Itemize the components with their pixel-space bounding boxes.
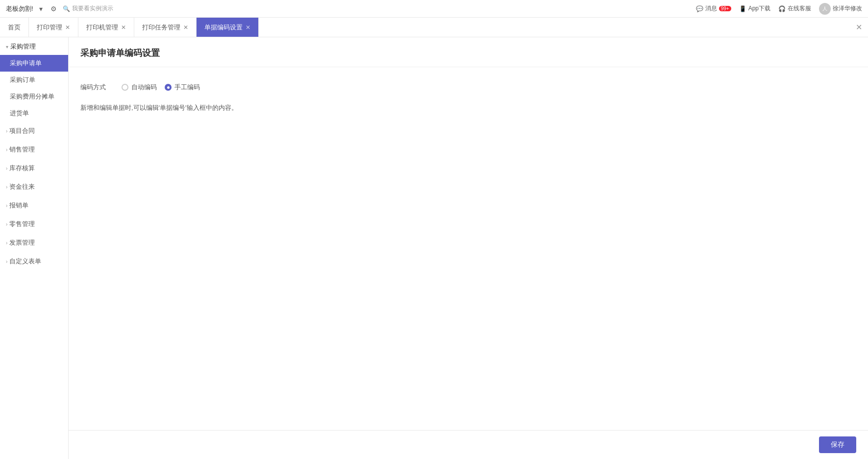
content-footer: 保存 [69,430,868,459]
message-label: 消息 [705,4,717,13]
sidebar-group-capital[interactable]: › 资金往来 [0,178,68,196]
content-header: 采购申请单编码设置 [69,37,868,67]
search-icon: 🔍 [63,5,70,12]
app-download-label: App下载 [748,4,770,13]
sidebar-item-purchase-request-label: 采购申请单 [10,59,42,67]
sidebar-group-sales[interactable]: › 销售管理 [0,140,68,159]
online-service-label: 在线客服 [788,4,811,13]
tab-encode-setting[interactable]: 单据编码设置 ✕ [197,18,259,37]
manual-code-label: 手工编码 [174,83,200,92]
sidebar-group-retail[interactable]: › 零售管理 [0,215,68,233]
main-layout: ▾ 采购管理 采购申请单 采购订单 采购费用分摊单 进货单 › 项目合同 › 销… [0,37,868,459]
content-body: 编码方式 自动编码 手工编码 新增和编辑单据时,可以编辑'单据编号'输入框中的内… [69,67,868,430]
sidebar-group-custom-form[interactable]: › 自定义表单 [0,252,68,271]
sidebar-item-purchase-cost-label: 采购费用分摊单 [10,93,54,100]
procurement-arrow-icon: ▾ [6,44,8,50]
tab-print-management-label: 打印管理 [37,23,62,32]
sidebar-item-stock-in[interactable]: 进货单 [0,105,68,122]
sidebar-item-purchase-cost[interactable]: 采购费用分摊单 [0,88,68,105]
search-text: 我要看实例演示 [72,4,113,13]
top-bar: 老板勿割! ▾ ⚙ 🔍 我要看实例演示 💬 消息 99+ 📱 App下载 🎧 在… [0,0,868,18]
page-title: 采购申请单编码设置 [80,47,856,59]
tab-close-print-management[interactable]: ✕ [65,24,70,31]
sidebar-group-procurement: ▾ 采购管理 采购申请单 采购订单 采购费用分摊单 进货单 [0,37,68,122]
home-tab-label: 首页 [8,23,21,32]
inventory-arrow-icon: › [6,166,7,171]
tab-printer-management[interactable]: 打印机管理 ✕ [78,18,134,37]
radio-group: 自动编码 手工编码 [122,83,200,92]
tab-close-encode-setting[interactable]: ✕ [246,24,250,31]
tab-close-printer-management[interactable]: ✕ [121,24,126,31]
content-area: 采购申请单编码设置 编码方式 自动编码 手工编码 新增和编辑单据时,可以编辑'单… [69,37,868,459]
sidebar-group-capital-label: 资金往来 [9,182,35,191]
tab-print-task-label: 打印任务管理 [142,23,180,32]
project-arrow-icon: › [6,128,7,134]
tab-printer-management-label: 打印机管理 [86,23,118,32]
manual-code-radio-circle [165,84,172,91]
top-bar-left: 老板勿割! ▾ ⚙ 🔍 我要看实例演示 [6,4,113,14]
message-button[interactable]: 💬 消息 99+ [696,4,731,13]
tab-print-management[interactable]: 打印管理 ✕ [29,18,78,37]
encode-method-row: 编码方式 自动编码 手工编码 [80,77,856,98]
reimbursement-arrow-icon: › [6,203,7,208]
custom-form-arrow-icon: › [6,259,7,264]
tab-home[interactable]: 首页 [0,18,29,37]
app-icon: 📱 [739,5,746,12]
sidebar-group-project[interactable]: › 项目合同 [0,122,68,140]
sales-arrow-icon: › [6,147,7,153]
sidebar-group-reimbursement-label: 报销单 [9,201,28,210]
manual-code-radio[interactable]: 手工编码 [165,83,200,92]
brand-text: 老板勿割! [6,4,33,13]
sidebar: ▾ 采购管理 采购申请单 采购订单 采购费用分摊单 进货单 › 项目合同 › 销… [0,37,69,459]
invoice-arrow-icon: › [6,240,7,246]
auto-code-radio-circle [122,84,128,91]
online-service-button[interactable]: 🎧 在线客服 [778,4,811,13]
retail-arrow-icon: › [6,222,7,227]
procurement-group-label: 采购管理 [10,42,36,51]
tab-print-task-management[interactable]: 打印任务管理 ✕ [134,18,197,37]
sidebar-group-inventory[interactable]: › 库存核算 [0,159,68,178]
sidebar-group-project-label: 项目合同 [9,127,35,135]
dropdown-icon[interactable]: ▾ [37,4,45,14]
sidebar-group-retail-label: 零售管理 [9,220,35,229]
sidebar-group-inventory-label: 库存核算 [9,164,35,173]
tab-encode-setting-label: 单据编码设置 [204,23,243,32]
message-icon: 💬 [696,5,703,12]
sidebar-group-procurement-header[interactable]: ▾ 采购管理 [0,37,68,55]
tab-close-print-task[interactable]: ✕ [183,24,188,31]
sidebar-item-purchase-order-label: 采购订单 [10,76,35,83]
avatar: 人 [819,3,831,15]
sidebar-group-invoice-label: 发票管理 [9,238,35,247]
sidebar-item-purchase-request[interactable]: 采购申请单 [0,55,68,72]
sidebar-group-invoice[interactable]: › 发票管理 [0,233,68,252]
sidebar-group-custom-form-label: 自定义表单 [9,257,41,266]
user-menu[interactable]: 人 徐泽华修改 [819,3,862,15]
encode-method-label: 编码方式 [80,83,110,92]
search-bar[interactable]: 🔍 我要看实例演示 [63,4,113,13]
headset-icon: 🎧 [778,5,786,12]
settings-icon[interactable]: ⚙ [49,4,59,14]
hint-text: 新增和编辑单据时,可以编辑'单据编号'输入框中的内容。 [80,103,856,112]
auto-code-radio[interactable]: 自动编码 [122,83,157,92]
user-name: 徐泽华修改 [833,4,862,13]
sidebar-group-reimbursement[interactable]: › 报销单 [0,196,68,215]
capital-arrow-icon: › [6,184,7,190]
message-badge: 99+ [719,6,731,11]
sidebar-item-purchase-order[interactable]: 采购订单 [0,72,68,88]
tab-bar-close-all[interactable]: ✕ [850,23,868,32]
sidebar-group-sales-label: 销售管理 [9,145,35,154]
app-download-button[interactable]: 📱 App下载 [739,4,770,13]
sidebar-item-stock-in-label: 进货单 [10,109,29,117]
auto-code-label: 自动编码 [131,83,157,92]
save-button[interactable]: 保存 [819,436,856,453]
tab-bar: 首页 打印管理 ✕ 打印机管理 ✕ 打印任务管理 ✕ 单据编码设置 ✕ ✕ [0,18,868,37]
top-bar-right: 💬 消息 99+ 📱 App下载 🎧 在线客服 人 徐泽华修改 [696,3,862,15]
